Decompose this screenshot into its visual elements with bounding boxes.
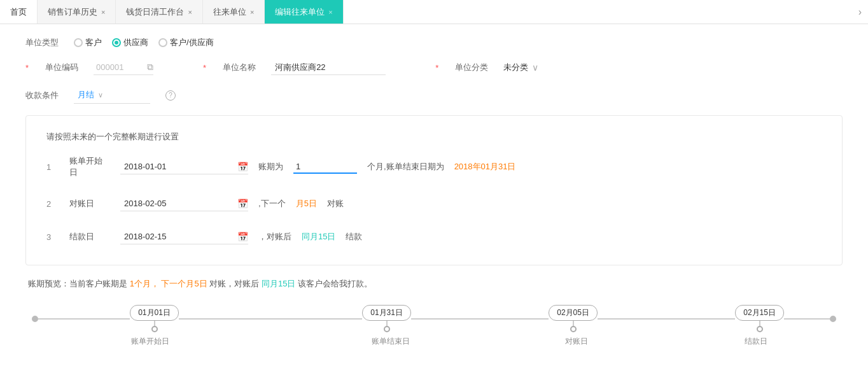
radio-customer-circle xyxy=(74,38,83,47)
timeline-label-3: 对账日 xyxy=(561,336,592,347)
row-1-num: 1 xyxy=(46,162,59,172)
row-2-label: 对账日 xyxy=(69,198,110,209)
timeline-line-5 xyxy=(784,318,830,320)
tab-more-arrow[interactable]: › xyxy=(852,0,868,24)
radio-both-label: 客户/供应商 xyxy=(170,37,214,48)
timeline-line-3 xyxy=(411,318,549,320)
radio-supplier[interactable]: 供应商 xyxy=(112,37,148,48)
help-icon[interactable]: ? xyxy=(165,90,176,101)
bill-start-date-input[interactable] xyxy=(120,159,235,174)
timeline-vert-3 xyxy=(573,321,574,326)
timeline-labels: 账单开始日 账单结束日 对账日 结款日 xyxy=(32,336,836,347)
preview-part2: 下一个月5日 xyxy=(161,279,207,288)
settings-section: 请按照未来的一个完整帐期进行设置 1 账单开始日 📅 账期为 个月,账单结束日期… xyxy=(25,115,843,265)
unit-code-required: * xyxy=(25,63,29,73)
timeline-node-4: 02月15日 xyxy=(735,305,784,332)
radio-both[interactable]: 客户/供应商 xyxy=(158,37,214,48)
tab-partner-unit[interactable]: 往来单位 × xyxy=(203,0,265,24)
timeline-label-2: 账单结束日 xyxy=(368,336,413,347)
copy-icon[interactable]: ⧉ xyxy=(147,62,153,73)
row-1-period-label: 账期为 xyxy=(258,161,283,172)
radio-supplier-label: 供应商 xyxy=(123,37,148,48)
row-3-num: 3 xyxy=(46,232,59,242)
tab-sales-order-label: 销售订单历史 xyxy=(48,6,97,18)
unit-code-input[interactable] xyxy=(94,60,144,74)
unit-cat-select[interactable]: 未分类 ∨ xyxy=(503,62,580,73)
row-1-label: 账单开始日 xyxy=(69,155,110,178)
reconcile-cal-icon[interactable]: 📅 xyxy=(237,199,248,209)
tab-partner-unit-close[interactable]: × xyxy=(250,8,254,16)
unit-type-label: 单位类型 xyxy=(25,37,59,48)
row-3-prefix: ，对账后 xyxy=(258,231,291,243)
payment-cal-icon[interactable]: 📅 xyxy=(237,232,248,242)
unit-code-label: 单位编码 xyxy=(45,62,78,73)
timeline-end-dot xyxy=(830,316,836,322)
timeline: 01月01日 01月31日 02月05日 02月15日 xyxy=(25,305,843,347)
timeline-vert-2 xyxy=(386,321,388,326)
unit-name-label: 单位名称 xyxy=(223,62,256,73)
preview-prefix: 账期预览：当前客户账期是 xyxy=(28,279,127,288)
unit-info-row: * 单位编码 ⧉ * 单位名称 * 单位分类 未分类 ∨ xyxy=(25,60,843,75)
tab-cash-work-close[interactable]: × xyxy=(188,8,192,16)
tab-edit-partner-close[interactable]: × xyxy=(328,8,332,16)
payment-terms-select[interactable]: 月结 ∨ xyxy=(74,87,150,104)
setting-row-2: 2 对账日 📅 ,下一个 月5日 对账 xyxy=(46,196,822,211)
setting-row-3: 3 结款日 📅 ，对账后 同月15日 结款 xyxy=(46,229,822,244)
row-2-date-input: 📅 xyxy=(120,196,248,211)
tab-edit-partner[interactable]: 编辑往来单位 × xyxy=(265,0,343,24)
unit-name-input[interactable] xyxy=(271,60,386,75)
timeline-line-4 xyxy=(598,318,735,320)
row-3-suffix: 结款 xyxy=(346,231,362,243)
preview-part3: 同月15日 xyxy=(262,279,295,288)
period-value-input[interactable] xyxy=(293,160,357,174)
preview-suffix: 该客户会给我打款。 xyxy=(298,279,372,288)
timeline-badge-2: 01月31日 xyxy=(362,305,411,321)
tab-home[interactable]: 首页 xyxy=(0,0,38,24)
timeline-vert-4 xyxy=(759,321,760,326)
unit-cat-required: * xyxy=(435,63,438,73)
tab-home-label: 首页 xyxy=(10,6,27,18)
payment-terms-value: 月结 xyxy=(78,89,94,101)
unit-cat-label: 单位分类 xyxy=(455,62,488,73)
bill-start-cal-icon[interactable]: 📅 xyxy=(237,162,248,172)
tab-bar: 首页 销售订单历史 × 钱货日清工作台 × 往来单位 × 编辑往来单位 × › xyxy=(0,0,868,24)
radio-customer[interactable]: 客户 xyxy=(74,37,102,48)
timeline-dot-3 xyxy=(570,326,577,332)
timeline-dot-2 xyxy=(384,326,390,332)
bill-end-date-highlight: 2018年01月31日 xyxy=(454,161,516,172)
timeline-node-3: 02月05日 xyxy=(549,305,598,332)
row-3-label: 结款日 xyxy=(69,231,110,243)
timeline-node-2: 01月31日 xyxy=(362,305,411,332)
timeline-label-4: 结款日 xyxy=(740,336,772,347)
unit-type-radio-group: 客户 供应商 客户/供应商 xyxy=(74,37,214,48)
row-2-num: 2 xyxy=(46,199,59,209)
preview-part1: 1个月， xyxy=(130,279,159,288)
timeline-vert-1 xyxy=(154,321,155,326)
payment-terms-row: 收款条件 月结 ∨ ? xyxy=(25,87,843,104)
timeline-line-1 xyxy=(38,318,130,320)
timeline-badge-1: 01月01日 xyxy=(130,305,179,321)
tab-sales-order[interactable]: 销售订单历史 × xyxy=(38,0,116,24)
reconcile-highlight: 月5日 xyxy=(296,198,317,209)
tab-cash-work[interactable]: 钱货日清工作台 × xyxy=(116,0,202,24)
tab-cash-work-label: 钱货日清工作台 xyxy=(126,6,184,18)
reconcile-date-input[interactable] xyxy=(120,196,235,211)
payment-terms-chevron: ∨ xyxy=(98,91,103,99)
payment-date-input[interactable] xyxy=(120,229,235,244)
timeline-track: 01月01日 01月31日 02月05日 02月15日 xyxy=(32,305,836,332)
preview-mid: 对账，对账后 xyxy=(209,279,259,288)
tab-partner-unit-label: 往来单位 xyxy=(213,6,246,18)
preview-text: 账期预览：当前客户账期是 1个月， 下一个月5日 对账，对账后 同月15日 该客… xyxy=(25,278,843,290)
unit-code-wrapper: ⧉ xyxy=(94,60,153,75)
row-3-date-input: 📅 xyxy=(120,229,248,244)
timeline-node-1: 01月01日 xyxy=(130,305,179,332)
timeline-badge-4: 02月15日 xyxy=(735,305,784,321)
payment-highlight: 同月15日 xyxy=(302,231,335,243)
timeline-badge-3: 02月05日 xyxy=(549,305,598,321)
setting-row-1: 1 账单开始日 📅 账期为 个月,账单结束日期为 2018年01月31日 xyxy=(46,155,822,178)
tab-sales-order-close[interactable]: × xyxy=(101,8,105,16)
unit-type-row: 单位类型 客户 供应商 客户/供应商 xyxy=(25,37,843,48)
main-content: 单位类型 客户 供应商 客户/供应商 * 单位编码 ⧉ * 单位名称 xyxy=(0,24,868,387)
radio-customer-label: 客户 xyxy=(85,37,102,48)
radio-supplier-circle xyxy=(112,38,121,47)
